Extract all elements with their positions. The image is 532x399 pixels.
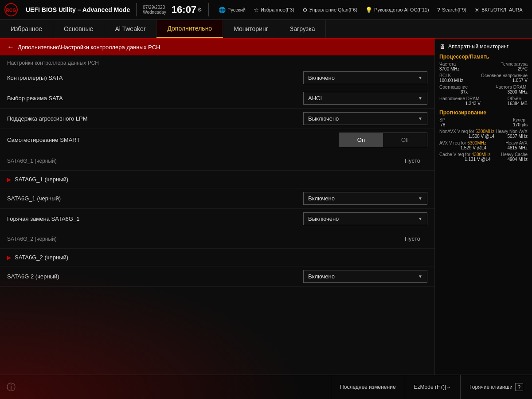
aggressive-lpm-label: Поддержка агрессивного LPM [7, 115, 303, 122]
dropdown-arrow-icon-4: ▼ [418, 196, 422, 201]
logo-area: ROG [4, 3, 18, 16]
sata-controller-dropdown[interactable]: Включено ▼ [303, 71, 427, 84]
sata6g2-expand-label: SATA6G_2 (черный) [15, 254, 68, 261]
tab-advanced[interactable]: Дополнительно [156, 20, 223, 38]
toolbar-qfan[interactable]: ⚙ Управление Qfan(F6) [299, 5, 361, 15]
dropdown-arrow-icon-2: ▼ [418, 96, 422, 101]
divider-2 [208, 3, 209, 16]
hotkeys-icon: ? [515, 383, 523, 391]
right-panel: 🖥 Аппаратный мониторинг Процессор/Память… [434, 39, 532, 375]
panel-section-prediction: Прогнозирование [439, 110, 528, 116]
sata6g1-info-label: SATA6G_1 (черный) [7, 158, 405, 164]
time-display: 16:07 [172, 4, 196, 16]
panel-title: 🖥 Аппаратный мониторинг [439, 43, 528, 50]
toolbar-items: 🌐 Русский ☆ Избранное(F3) ⚙ Управление Q… [215, 5, 528, 15]
qfan-icon: ⚙ [302, 7, 308, 13]
expand-arrow-icon: ▶ [7, 176, 11, 183]
panel-row-ratio-dram: Соотношение 37x Частота DRAM. 3200 MHz [439, 85, 528, 94]
setting-sata6g2-expand[interactable]: ▶ SATA6G_2 (черный) [0, 249, 434, 266]
sata6g1-enabled-dropdown[interactable]: Включено ▼ [303, 192, 427, 205]
panel-row-cache: Cache V req for 4300MHz 1.131 V @L4 Heav… [439, 152, 528, 162]
panel-row-freq-temp: Частота 3700 MHz Температура 29°C [439, 62, 528, 71]
panel-row-nonavx: NonAVX V req for 5300MHz 1.508 V @L4 Hea… [439, 129, 528, 139]
setting-sata-mode: Выбор режима SATA AHCI ▼ [0, 88, 434, 109]
toolbar-favorites[interactable]: ☆ Избранное(F3) [250, 5, 298, 15]
left-content: ← Дополнительно\Настройки контроллера да… [0, 39, 434, 375]
panel-section-cpu: Процессор/Память [439, 54, 528, 60]
time-area: 16:07 ⚙ [172, 4, 202, 16]
back-arrow-icon[interactable]: ← [7, 43, 14, 51]
toggle-on-option[interactable]: On [339, 133, 383, 147]
tab-monitoring[interactable]: Мониторинг [223, 20, 279, 38]
aggressive-lpm-dropdown[interactable]: Выключено ▼ [303, 112, 427, 125]
sata-mode-dropdown[interactable]: AHCI ▼ [303, 92, 427, 105]
date-display: 07/29/2020Wednesday [143, 5, 166, 15]
tab-favorites[interactable]: Избранное [0, 20, 53, 38]
dropdown-arrow-icon-6: ▼ [418, 274, 422, 279]
sata6g1-info-value: Пусто [405, 157, 420, 164]
setting-sata-controller: Контроллер(ы) SATA Включено ▼ [0, 68, 434, 88]
smart-test-toggle[interactable]: On Off [339, 133, 427, 147]
sata6g1-expand-label: SATA6G_1 (черный) [15, 176, 68, 183]
settings-list: Контроллер(ы) SATA Включено ▼ Выбор режи… [0, 68, 434, 287]
setting-smart-test: Самотестирование SMART On Off [0, 129, 434, 151]
setting-sata6g1-hotswap: Горячая замена SATA6G_1 Выключено ▼ [0, 209, 434, 229]
setting-sata6g1-info: SATA6G_1 (черный) Пусто [0, 151, 434, 171]
language-icon: 🌐 [219, 7, 226, 13]
top-bar: ROG UEFI BIOS Utility – Advanced Mode 07… [0, 0, 532, 20]
ez-mode-button[interactable]: EzMode (F7)|→ [405, 375, 460, 399]
setting-sata6g2-enabled: SATA6G 2 (черный) Включено ▼ [0, 266, 434, 287]
datetime-area: 07/29/2020Wednesday [143, 5, 166, 15]
sata-mode-label: Выбор режима SATA [7, 95, 303, 102]
panel-row-avx: AVX V req for 5300MHz 1.529 V @L4 Heavy … [439, 141, 528, 150]
setting-sata6g1-enabled: SATA6G_1 (черный) Включено ▼ [0, 188, 434, 209]
sata-controller-label: Контроллер(ы) SATA [7, 74, 303, 81]
ai-icon: 💡 [365, 7, 372, 13]
divider-1 [136, 3, 137, 16]
toggle-off-option[interactable]: Off [383, 133, 427, 147]
nav-tabs: Избранное Основные Ai Tweaker Дополнител… [0, 20, 532, 39]
sata6g1-hotswap-label: Горячая замена SATA6G_1 [7, 215, 303, 222]
smart-test-label: Самотестирование SMART [7, 137, 339, 143]
panel-row-sp-cooler: SP 78 Кулер 170 pts [439, 117, 528, 127]
tab-main[interactable]: Основные [53, 20, 104, 38]
dropdown-arrow-icon-5: ▼ [418, 216, 422, 221]
last-change-button[interactable]: Последнее изменение [331, 375, 404, 399]
bottom-bar: ⓘ Последнее изменение EzMode (F7)|→ Горя… [0, 375, 532, 399]
toolbar-ai-oc[interactable]: 💡 Руководство AI OC(F11) [362, 5, 433, 15]
setting-aggressive-lpm: Поддержка агрессивного LPM Выключено ▼ [0, 109, 434, 129]
aura-icon: ☀ [474, 7, 480, 13]
star-icon: ☆ [254, 7, 259, 13]
sata6g2-enabled-label: SATA6G 2 (черный) [7, 273, 303, 280]
rog-logo-icon: ROG [4, 3, 18, 16]
search-icon: ? [437, 7, 440, 13]
main-area: ← Дополнительно\Настройки контроллера да… [0, 39, 532, 375]
window-title: UEFI BIOS Utility – Advanced Mode [26, 6, 130, 13]
breadcrumb: Дополнительно\Настройки контроллера данн… [18, 44, 160, 51]
panel-row-bclk-voltage: BCLK 100.00 MHz Основное напряжение 1.05… [439, 73, 528, 83]
tab-boot[interactable]: Загрузка [279, 20, 326, 38]
tab-ai-tweaker[interactable]: Ai Tweaker [104, 20, 156, 38]
sata6g1-enabled-label: SATA6G_1 (черный) [7, 195, 303, 202]
setting-sata6g1-expand[interactable]: ▶ SATA6G_1 (черный) [0, 171, 434, 188]
monitor-icon: 🖥 [439, 43, 446, 50]
section-header: Настройки контроллера данных PCH [0, 55, 434, 68]
panel-row-dram-vol-size: Напряжение DRAM. 1.343 V Объём 16384 MB [439, 96, 528, 106]
svg-text:ROG: ROG [6, 8, 16, 13]
toolbar-language[interactable]: 🌐 Русский [215, 5, 249, 15]
toolbar-search[interactable]: ? Search(F9) [434, 5, 470, 15]
breadcrumb-bar: ← Дополнительно\Настройки контроллера да… [0, 39, 434, 55]
info-circle-icon: ⓘ [0, 381, 22, 393]
dropdown-arrow-icon-3: ▼ [418, 116, 422, 121]
toolbar-aura[interactable]: ☀ ВКЛ./ОТКЛ. AURA [471, 5, 526, 15]
sata6g2-info-label: SATA6G_2 (черный) [7, 236, 405, 242]
sata6g2-enabled-dropdown[interactable]: Включено ▼ [303, 270, 427, 283]
bottom-actions: Последнее изменение EzMode (F7)|→ Горячи… [331, 375, 532, 399]
settings-gear-icon[interactable]: ⚙ [197, 7, 202, 13]
sata6g2-info-value: Пусто [405, 235, 420, 242]
sata6g1-hotswap-dropdown[interactable]: Выключено ▼ [303, 212, 427, 225]
expand-arrow-icon-2: ▶ [7, 254, 11, 261]
dropdown-arrow-icon: ▼ [418, 75, 422, 80]
hotkeys-button[interactable]: Горячие клавиши ? [460, 375, 532, 399]
setting-sata6g2-info: SATA6G_2 (черный) Пусто [0, 229, 434, 249]
